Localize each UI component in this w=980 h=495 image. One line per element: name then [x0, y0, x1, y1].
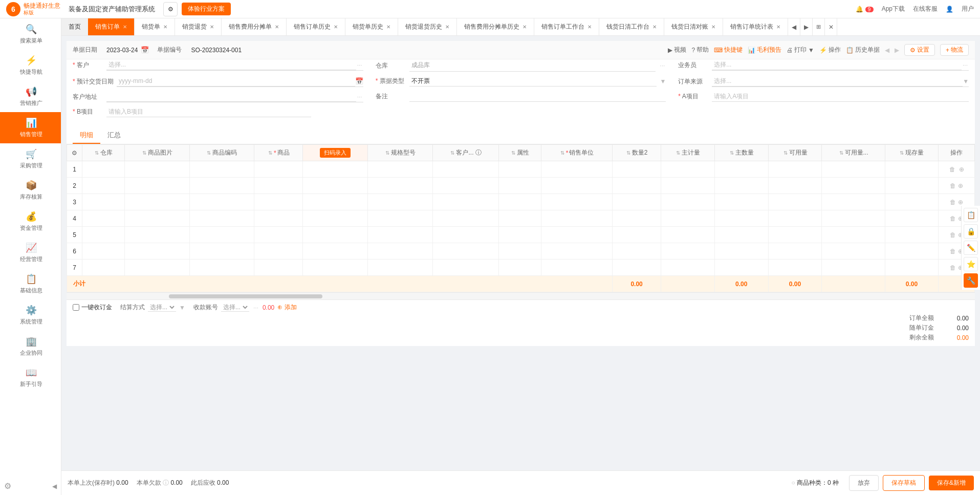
close-tab-icon[interactable]: ✕	[445, 24, 449, 30]
row-main-qty[interactable]	[714, 161, 768, 178]
copy-icon[interactable]: ⊕	[958, 182, 963, 189]
close-tab-icon[interactable]: ✕	[776, 24, 780, 30]
delete-icon[interactable]: 🗑	[950, 264, 956, 271]
tab-summary[interactable]: 汇总	[100, 127, 128, 144]
delivery-input[interactable]	[117, 76, 355, 87]
save-new-button[interactable]: 保存&新增	[929, 476, 974, 490]
account-dots-btn[interactable]: ···	[252, 304, 259, 311]
tab-expense-history[interactable]: 销售费用分摊单历史 ✕	[457, 18, 534, 36]
scan-btn[interactable]: 扫码录入	[320, 148, 351, 158]
close-tab-icon[interactable]: ✕	[652, 24, 657, 30]
row-main-unit[interactable]	[661, 161, 715, 178]
customer-input[interactable]	[106, 59, 356, 70]
delete-icon[interactable]: 🗑	[950, 199, 956, 206]
close-tab-icon[interactable]: ✕	[210, 24, 214, 30]
row-available-more[interactable]	[822, 161, 885, 178]
discard-button[interactable]: 放弃	[849, 475, 879, 491]
salesperson-dots-btn[interactable]: ···	[962, 61, 969, 69]
tab-receivable-reconcile[interactable]: 钱货日清对账 ✕	[664, 18, 723, 36]
copy-icon[interactable]: ⊕	[958, 199, 963, 206]
address-input[interactable]	[106, 91, 356, 102]
row-warehouse[interactable]	[82, 161, 125, 178]
row-current-stock[interactable]	[885, 161, 939, 178]
info-icon[interactable]: ⓘ	[163, 479, 169, 486]
tab-home[interactable]: 首页	[61, 18, 88, 36]
delete-icon[interactable]: 🗑	[950, 231, 956, 239]
tab-close-btn[interactable]: ✕	[825, 18, 837, 36]
one-click-label[interactable]: 一键收订金	[73, 303, 112, 312]
add-row-button[interactable]: + 物流	[940, 44, 969, 56]
rf-btn-5[interactable]: 🔧	[964, 273, 978, 288]
row-qty2[interactable]	[613, 161, 661, 178]
delete-icon[interactable]: 🗑	[950, 215, 956, 222]
user-avatar[interactable]: 👤	[946, 6, 953, 13]
tab-sales-return[interactable]: 销货单 ✕	[135, 18, 175, 36]
invoice-select[interactable]: 不开票	[409, 76, 657, 87]
sidebar-item-search[interactable]: 🔍 搜索菜单	[0, 18, 61, 50]
tab-grid-btn[interactable]: ⊞	[813, 18, 825, 36]
tab-prev-btn[interactable]: ◀	[788, 18, 800, 36]
customer-dots-btn[interactable]: ···	[356, 61, 363, 69]
address-dots-btn[interactable]: ···	[356, 93, 363, 100]
close-tab-icon[interactable]: ✕	[163, 24, 167, 30]
notification-bell[interactable]: 🔔 9	[856, 6, 873, 13]
sidebar-collapse-btn[interactable]: ◀	[52, 483, 57, 490]
tab-order-workbench[interactable]: 销售订单工作台 ✕	[534, 18, 599, 36]
one-click-checkbox[interactable]	[73, 304, 79, 311]
delete-icon[interactable]: 🗑	[950, 248, 956, 255]
row-product[interactable]	[254, 161, 303, 178]
row-unit[interactable]	[541, 161, 613, 178]
tab-sales-refund[interactable]: 销货退货 ✕	[175, 18, 222, 36]
rf-btn-1[interactable]: 📋	[964, 208, 978, 222]
tab-order-history[interactable]: 销售订单历史 ✕	[287, 18, 345, 36]
row-attributes[interactable]	[499, 161, 541, 178]
tab-receivable-workbench[interactable]: 钱货日清工作台 ✕	[599, 18, 664, 36]
sidebar-item-system[interactable]: ⚙️ 系统管理	[0, 299, 61, 331]
close-tab-icon[interactable]: ✕	[587, 24, 592, 30]
operations-btn[interactable]: ⚡ 操作	[819, 46, 841, 54]
copy-icon[interactable]: ⊕	[959, 166, 964, 173]
salesperson-input[interactable]	[712, 59, 962, 70]
sidebar-item-inventory[interactable]: 📦 库存核算	[0, 175, 61, 206]
tab-sales-summary[interactable]: 销售订单统计表 ✕	[723, 18, 788, 36]
account-select[interactable]: 选择...	[221, 303, 249, 312]
close-tab-icon[interactable]: ✕	[386, 24, 390, 30]
shortcut-btn[interactable]: ⌨ 快捷键	[714, 46, 743, 54]
print-btn[interactable]: 🖨 打印 ▼	[787, 46, 814, 54]
close-tab-icon[interactable]: ✕	[123, 24, 127, 30]
order-source-input[interactable]	[712, 76, 963, 87]
help-btn[interactable]: ? 帮助	[691, 46, 709, 54]
tab-refund-history[interactable]: 销货退货历史 ✕	[398, 18, 457, 36]
row-customer-code[interactable]	[433, 161, 499, 178]
row-product-image[interactable]	[124, 161, 189, 178]
profit-btn[interactable]: 📊 毛利预告	[748, 46, 781, 54]
payment-select[interactable]: 选择...	[148, 303, 176, 312]
system-settings-btn[interactable]: ⚙	[163, 2, 178, 16]
row-available[interactable]	[768, 161, 822, 178]
warehouse-dots-btn[interactable]: ···	[659, 62, 666, 69]
sidebar-settings-icon[interactable]: ⚙	[4, 481, 11, 491]
scroll-area[interactable]	[67, 292, 975, 299]
close-tab-icon[interactable]: ✕	[334, 24, 338, 30]
history-btn[interactable]: 📋 历史单据	[846, 46, 880, 54]
scroll-bar[interactable]	[169, 294, 322, 298]
close-tab-icon[interactable]: ✕	[522, 24, 527, 30]
col-settings[interactable]: ⚙	[67, 145, 82, 161]
app-download-link[interactable]: App下载	[882, 5, 905, 13]
delete-icon[interactable]: 🗑	[950, 182, 956, 189]
settings-icon[interactable]: ⚙	[72, 149, 77, 157]
rf-btn-4[interactable]: ⭐	[964, 257, 978, 271]
tab-return-history[interactable]: 销货单历史 ✕	[345, 18, 398, 36]
b-project-input[interactable]	[106, 106, 311, 117]
tab-next-btn[interactable]: ▶	[800, 18, 813, 36]
online-service-link[interactable]: 在线客服	[913, 5, 938, 13]
delete-icon[interactable]: 🗑	[949, 166, 955, 173]
sidebar-item-sales[interactable]: 📊 销售管理	[0, 112, 61, 143]
add-button[interactable]: ⊕ 添加	[277, 303, 296, 312]
tab-sales-expense[interactable]: 销售费用分摊单 ✕	[222, 18, 287, 36]
remark-input[interactable]	[409, 91, 666, 102]
close-tab-icon[interactable]: ✕	[275, 24, 279, 30]
sidebar-item-guide[interactable]: 📖 新手引导	[0, 362, 61, 393]
save-draft-button[interactable]: 保存草稿	[883, 475, 925, 491]
tab-detail[interactable]: 明细	[73, 127, 100, 144]
